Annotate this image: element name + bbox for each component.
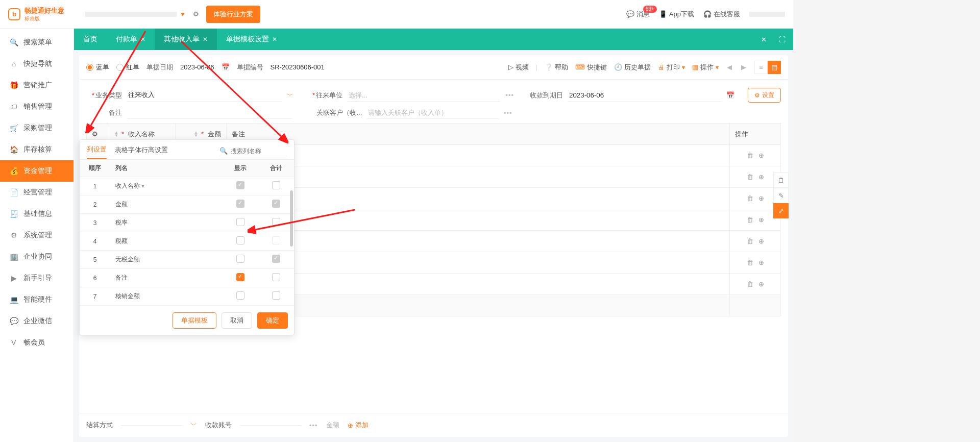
tab-1[interactable]: 付款单✕ [107,29,155,50]
assoc-customer-input[interactable] [367,107,499,119]
confirm-button[interactable]: 确定 [257,312,288,329]
delete-icon[interactable]: 🗑 [747,173,753,181]
tab-3[interactable]: 单据模板设置✕ [217,29,286,50]
sidebar-item-0[interactable]: 🔍搜索菜单 [0,32,74,53]
popover-row[interactable]: 3税率 [80,214,294,232]
app-download-button[interactable]: 📱 App下载 [659,10,694,19]
sidebar-item-11[interactable]: ▶新手引导 [0,267,74,289]
duplicate-icon[interactable]: ⊕ [758,173,764,181]
sidebar-item-2[interactable]: 🎁营销推广 [0,75,74,96]
checkbox-off[interactable] [236,255,244,263]
popover-row[interactable]: 6备注 [80,269,294,287]
view-list-icon[interactable]: ≡ [754,61,768,74]
more-icon[interactable]: ••• [504,109,512,117]
online-service-button[interactable]: 🎧 在线客服 [703,10,740,19]
checkbox-off[interactable] [272,218,280,226]
more-icon[interactable]: ••• [309,422,318,429]
tab-close-icon[interactable]: ✕ [756,32,771,46]
view-detail-icon[interactable]: ▤ [768,61,781,74]
due-date-input[interactable] [568,89,721,102]
duplicate-icon[interactable]: ⊕ [758,280,764,288]
delete-icon[interactable]: 🗑 [747,280,753,288]
popover-row[interactable]: 2金额 [80,195,294,214]
tab-expand-icon[interactable]: ⛶ [775,32,789,46]
history-link[interactable]: 🕘历史单据 [614,63,651,72]
video-link[interactable]: ▷视频 [508,63,529,72]
user-avatar[interactable] [749,12,785,17]
close-icon[interactable]: ✕ [140,36,145,43]
biz-type-input[interactable] [127,89,282,102]
party-input[interactable] [348,89,500,102]
popover-row[interactable]: 5无税金额 [80,251,294,269]
chevron-down-icon[interactable]: ﹀ [287,91,293,100]
chevron-down-icon[interactable]: ﹀ [190,421,197,430]
delete-icon[interactable]: 🗑 [747,259,753,266]
sidebar-item-4[interactable]: 🛒采购管理 [0,117,74,139]
sidebar-item-7[interactable]: 📄经营管理 [0,182,74,203]
duplicate-icon[interactable]: ⊕ [758,237,764,245]
delete-icon[interactable]: 🗑 [747,216,753,224]
sidebar-item-13[interactable]: 💬企业微信 [0,310,74,332]
checkbox-off[interactable] [272,181,280,189]
sidebar-item-1[interactable]: ⌂快捷导航 [0,53,74,75]
message-button[interactable]: 💬 消息 99+ [626,10,650,19]
sidebar-item-8[interactable]: 🧾基础信息 [0,203,74,225]
side-tool-expand-icon[interactable]: ⤢ [773,203,789,218]
sidebar-item-6[interactable]: 💰资金管理 [0,160,74,182]
sidebar-item-12[interactable]: 💻智能硬件 [0,289,74,310]
sidebar-item-5[interactable]: 🏠库存核算 [0,139,74,160]
checkbox-off[interactable] [236,218,244,226]
print-link[interactable]: 🖨打印▾ [658,63,685,72]
cancel-button[interactable]: 取消 [222,312,252,329]
tab-0[interactable]: 首页 [74,29,107,50]
more-icon[interactable]: ••• [505,91,514,99]
popover-tab-columns[interactable]: 列设置 [87,145,107,159]
add-settlement-button[interactable]: ⊕添加 [348,421,369,430]
prev-arrow-icon[interactable]: ◀ [726,63,733,71]
delete-icon[interactable]: 🗑 [747,152,753,159]
operate-link[interactable]: ▦操作▾ [692,63,719,72]
settings-button[interactable]: ⚙设置 [748,88,781,103]
sidebar-item-10[interactable]: 🏢企业协同 [0,246,74,267]
popover-row[interactable]: 7核销金额 [80,287,294,306]
sidebar-item-9[interactable]: ⚙系统管理 [0,225,74,246]
side-tool-edit-icon[interactable]: ✎ [773,188,789,203]
radio-red[interactable]: 红单 [116,63,139,72]
close-icon[interactable]: ✕ [272,36,277,43]
close-icon[interactable]: ✕ [203,36,208,43]
duplicate-icon[interactable]: ⊕ [758,152,764,159]
sidebar-item-14[interactable]: Ⅴ畅会员 [0,332,74,353]
sidebar-item-3[interactable]: 🏷销售管理 [0,96,74,117]
industry-plan-button[interactable]: 体验行业方案 [206,6,260,23]
checkbox-off[interactable] [236,236,244,244]
duplicate-icon[interactable]: ⊕ [758,259,764,266]
shortcut-link[interactable]: ⌨快捷键 [575,63,607,72]
popover-search-input[interactable] [231,148,287,155]
delete-icon[interactable]: 🗑 [747,194,753,202]
popover-row[interactable]: 1收入名称 ▾ [80,177,294,195]
calendar-icon[interactable]: 📅 [222,63,230,71]
doc-date-value: 2023-06-06 [180,63,214,71]
popover-row[interactable]: 4税额 [80,232,294,251]
duplicate-icon[interactable]: ⊕ [758,194,764,202]
radio-blue[interactable]: 蓝单 [86,63,109,72]
popover-scrollbar[interactable] [290,190,293,247]
template-button[interactable]: 单据模板 [173,312,216,329]
checkbox-off[interactable] [272,273,280,281]
checkbox-off[interactable] [272,291,280,300]
duplicate-icon[interactable]: ⊕ [758,216,764,224]
checkbox-on[interactable] [236,273,244,281]
checkbox-off[interactable] [236,291,244,300]
gear-icon[interactable]: ⚙ [193,10,199,18]
chevron-down-icon[interactable]: ▾ [141,182,144,189]
column-remark[interactable]: 备注 [227,124,730,145]
help-link[interactable]: ❔帮助 [545,63,568,72]
tab-2[interactable]: 其他收入单✕ [155,29,217,50]
calendar-icon[interactable]: 📅 [726,91,734,99]
popover-tab-font[interactable]: 表格字体行高设置 [115,145,168,159]
remark-input[interactable] [127,107,292,119]
side-tool-note-icon[interactable]: 🗒 [773,173,789,188]
next-arrow-icon[interactable]: ▶ [740,63,747,71]
delete-icon[interactable]: 🗑 [747,237,753,245]
org-selector[interactable]: ▼ [85,11,186,18]
